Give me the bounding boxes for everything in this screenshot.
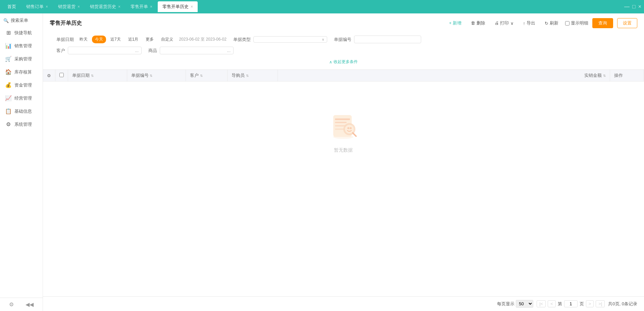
- tab-bar: 首页 销售订单 × 销货退货 × 销货退货历史 × 零售开单 × 零售开单历史 …: [0, 0, 644, 13]
- goods-input-wrapper: ...: [160, 47, 234, 54]
- tab-retail-open[interactable]: 零售开单 ×: [126, 1, 157, 12]
- sidebar-item-operations-label: 经营管理: [14, 95, 32, 101]
- page-title: 零售开单历史: [50, 20, 82, 27]
- th-date-label: 单据日期: [72, 73, 90, 78]
- pagination-bar: 每页显示 50 100 200 |< < 第 页 > >| 共0页, 0条记录: [43, 296, 644, 311]
- sidebar-item-quick-nav[interactable]: ⊞ 快捷导航: [0, 26, 43, 39]
- sidebar-item-system-label: 系统管理: [14, 121, 32, 127]
- settings-button[interactable]: 设置: [617, 18, 637, 28]
- page-nav: |< < 第 页 > >|: [537, 300, 605, 307]
- refresh-button[interactable]: ↻ 刷新: [542, 19, 561, 28]
- th-action: 操作: [610, 70, 644, 82]
- toolbar-actions: + 新增 🗑 删除 🖨 打印 ∨ ↑ 导出 ↻ 刷新: [446, 18, 637, 28]
- tab-sales-return-history-label: 销货退货历史: [90, 4, 116, 10]
- sidebar-item-basic-info[interactable]: 📋 基础信息: [0, 105, 43, 118]
- last-page-button[interactable]: >|: [596, 300, 605, 307]
- th-settings[interactable]: ⚙: [43, 70, 55, 82]
- tab-sales-order[interactable]: 销售订单 ×: [21, 1, 53, 12]
- bill-no-input[interactable]: [357, 37, 418, 42]
- bill-no-label: 单据编号: [334, 37, 351, 43]
- date-more-btn[interactable]: 更多: [143, 36, 157, 43]
- tab-retail-open-close[interactable]: ×: [150, 4, 152, 9]
- filter-row-2: 客户 ... 商品 ...: [56, 47, 631, 54]
- search-icon: 🔍: [3, 18, 9, 23]
- display-detail-checkbox[interactable]: 显示明细: [565, 20, 588, 26]
- system-icon: ⚙: [5, 121, 12, 127]
- th-amount-sort-icon[interactable]: ⇅: [603, 74, 606, 77]
- tab-sales-return-history-close[interactable]: ×: [118, 4, 120, 9]
- sidebar-search[interactable]: 🔍 搜索采单: [0, 13, 43, 26]
- table-body: 暂无数据: [43, 82, 644, 180]
- th-guide-sort-icon[interactable]: ⇅: [246, 74, 249, 77]
- date-last7-btn[interactable]: 近7天: [107, 36, 124, 43]
- sidebar-item-finance[interactable]: 💰 资金管理: [0, 79, 43, 92]
- svg-point-9: [347, 127, 349, 129]
- th-guide: 导购员 ⇅: [228, 70, 278, 82]
- next-page-button[interactable]: >: [586, 300, 594, 307]
- tab-retail-open-history[interactable]: 零售开单历史 ×: [158, 1, 198, 12]
- sidebar-settings-icon[interactable]: ⚙: [9, 301, 14, 308]
- tab-retail-open-history-close[interactable]: ×: [191, 4, 193, 9]
- close-icon[interactable]: ×: [638, 4, 641, 10]
- sidebar-collapse-icon[interactable]: ◀◀: [26, 301, 34, 308]
- refresh-label: 刷新: [550, 20, 558, 26]
- print-label: 🖨 打印: [495, 20, 509, 26]
- date-filter-field: 单据日期 昨天 今天 近7天 近1月 更多 自定义 2023-06-02 至 2…: [56, 36, 227, 43]
- collapse-filters-btn[interactable]: ∧ 收起更多条件: [56, 58, 631, 66]
- th-bill-no: 单据编号 ⇅: [127, 70, 186, 82]
- export-button[interactable]: ↑ 导出: [521, 19, 538, 28]
- goods-field: 商品 ...: [148, 47, 234, 54]
- query-button[interactable]: 查询: [592, 18, 613, 28]
- select-all-checkbox[interactable]: [59, 73, 64, 77]
- display-detail-input[interactable]: [565, 21, 569, 25]
- sales-mgmt-icon: 📊: [5, 43, 12, 49]
- page-size-select: 每页显示 50 100 200: [497, 300, 533, 308]
- sidebar-item-purchase-mgmt[interactable]: 🛒 采购管理: [0, 52, 43, 65]
- date-last1m-btn[interactable]: 近1月: [125, 36, 142, 43]
- tab-sales-order-label: 销售订单: [26, 4, 44, 10]
- goods-input[interactable]: [163, 48, 227, 53]
- refresh-icon: ↻: [545, 21, 548, 26]
- sidebar-item-sales-mgmt[interactable]: 📊 销售管理: [0, 39, 43, 52]
- add-button[interactable]: + 新增: [446, 19, 464, 28]
- window-controls: — □ ×: [624, 4, 641, 10]
- page-size-dropdown[interactable]: 50 100 200: [516, 300, 533, 308]
- minimize-icon[interactable]: —: [624, 4, 630, 10]
- sidebar-item-system[interactable]: ⚙ 系统管理: [0, 118, 43, 131]
- prev-page-button[interactable]: <: [548, 300, 556, 307]
- first-page-button[interactable]: |<: [537, 300, 546, 307]
- customer-label: 客户: [56, 48, 65, 54]
- th-bill-no-sort-icon[interactable]: ⇅: [150, 74, 152, 77]
- th-date: 单据日期 ⇅: [68, 70, 127, 82]
- table-settings-icon[interactable]: ⚙: [47, 73, 51, 78]
- tab-sales-return[interactable]: 销货退货 ×: [53, 1, 85, 12]
- page-number-input[interactable]: [564, 300, 578, 307]
- bill-type-select[interactable]: ∨: [253, 36, 327, 43]
- tab-retail-open-label: 零售开单: [131, 4, 148, 10]
- tab-sales-order-close[interactable]: ×: [46, 4, 48, 9]
- delete-button[interactable]: 🗑 删除: [468, 19, 488, 28]
- table-container: ⚙ 单据日期 ⇅ 单据编号 ⇅: [43, 70, 644, 296]
- tab-sales-return-close[interactable]: ×: [78, 4, 80, 9]
- tab-home[interactable]: 首页: [3, 1, 21, 12]
- quick-nav-icon: ⊞: [5, 30, 12, 36]
- inventory-icon: 🏠: [5, 69, 12, 75]
- date-custom-btn[interactable]: 自定义: [158, 36, 176, 43]
- tab-sales-return-history[interactable]: 销货退货历史 ×: [85, 1, 125, 12]
- date-today-btn[interactable]: 今天: [92, 36, 106, 43]
- bill-type-arrow-icon: ∨: [322, 38, 324, 41]
- date-yesterday-btn[interactable]: 昨天: [77, 36, 91, 43]
- customer-input[interactable]: [71, 48, 135, 53]
- table-header-row: ⚙ 单据日期 ⇅ 单据编号 ⇅: [43, 70, 644, 82]
- empty-state-icon: [327, 108, 360, 142]
- sidebar-item-operations[interactable]: 📈 经营管理: [0, 92, 43, 105]
- sidebar-item-inventory[interactable]: 🏠 库存核算: [0, 65, 43, 79]
- sidebar-search-label: 搜索采单: [11, 17, 28, 23]
- maximize-icon[interactable]: □: [632, 4, 636, 10]
- th-checkbox[interactable]: [55, 70, 68, 82]
- bill-type-label: 单据类型: [233, 37, 251, 43]
- th-customer-sort-icon[interactable]: ⇅: [200, 74, 203, 77]
- th-date-sort-icon[interactable]: ⇅: [91, 74, 94, 77]
- tab-sales-return-label: 销货退货: [58, 4, 76, 10]
- print-button[interactable]: 🖨 打印 ∨: [492, 19, 516, 28]
